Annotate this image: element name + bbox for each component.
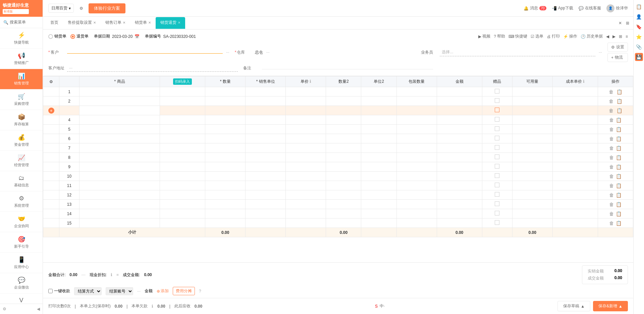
row-pack-cell[interactable] <box>396 106 437 115</box>
operate-button[interactable]: ⚡ 操作 <box>563 34 577 39</box>
sidebar-item-purchase[interactable]: 🛒 采购管理 <box>0 89 43 110</box>
sidebar-item-quick-nav[interactable]: ⚡ 快捷导航 <box>0 28 43 49</box>
customer-more-icon[interactable]: ··· <box>226 50 229 55</box>
row-qty2-cell[interactable] <box>326 97 361 106</box>
gift-checkbox[interactable] <box>495 117 499 122</box>
delete-row-button[interactable]: 🗑 <box>608 117 615 123</box>
remark-input[interactable] <box>262 67 433 69</box>
delete-row-button[interactable]: 🗑 <box>608 145 615 151</box>
gift-checkbox[interactable] <box>495 136 499 140</box>
salesperson-input[interactable]: 选择... <box>440 48 595 56</box>
add-button[interactable]: ⊕ 添加 <box>157 288 169 294</box>
row-unit2-cell[interactable] <box>361 97 396 106</box>
gift-checkbox[interactable] <box>495 192 499 197</box>
row-product-cell[interactable] <box>79 87 160 97</box>
row-amount-cell[interactable] <box>437 97 482 106</box>
copy-row-button[interactable]: 📋 <box>615 99 623 104</box>
topbar-settings-button[interactable]: ⚙ <box>76 4 86 13</box>
discount-info-icon[interactable]: ℹ <box>111 272 112 277</box>
print-button[interactable]: 🖨 打印 <box>547 34 560 39</box>
gift-checkbox[interactable] <box>495 126 499 131</box>
right-panel-btn-5[interactable]: 📎 <box>635 43 643 51</box>
delete-row-button[interactable]: 🗑 <box>608 155 615 160</box>
copy-row-button[interactable]: 📋 <box>615 89 623 95</box>
gift-checkbox[interactable] <box>495 164 499 169</box>
copy-row-button[interactable]: 📋 <box>615 221 623 226</box>
settings-action-button[interactable]: ⚙ 设置 <box>607 43 628 52</box>
row-available-cell[interactable] <box>512 87 552 97</box>
delete-row-button[interactable]: 🗑 <box>608 192 615 198</box>
sidebar-item-enterprise[interactable]: 🤝 企业协同 <box>0 212 43 232</box>
gift-checkbox[interactable] <box>495 98 499 103</box>
tab-sale-order[interactable]: 销售订单 ✕ <box>101 17 130 29</box>
row-cost-cell[interactable] <box>552 106 598 115</box>
tab-sale-price[interactable]: 售价提取设置 ✕ <box>63 17 101 29</box>
copy-row-button[interactable]: 📋 <box>615 174 623 179</box>
row-qty2-cell[interactable] <box>326 106 361 115</box>
copy-row-button[interactable]: 📋 <box>615 211 623 216</box>
row-available-cell[interactable] <box>512 97 552 106</box>
customer-input[interactable] <box>67 51 223 54</box>
row-unit-cell[interactable] <box>246 87 286 97</box>
copy-row-button[interactable]: 📋 <box>615 183 623 188</box>
col-settings[interactable]: ⚙ <box>43 76 59 87</box>
warehouse-more-icon[interactable]: ··· <box>266 50 270 55</box>
delete-row-button[interactable]: 🗑 <box>608 127 615 132</box>
copy-row-button[interactable]: 📋 <box>615 117 623 123</box>
quick-payment-check[interactable] <box>48 289 53 293</box>
copy-row-button[interactable]: 📋 <box>615 136 623 141</box>
row-pack-cell[interactable] <box>396 97 437 106</box>
row-product-cell[interactable] <box>79 106 160 115</box>
row-product-cell[interactable] <box>79 97 160 106</box>
gift-checkbox[interactable] <box>495 173 499 178</box>
single-debt-icon[interactable]: ℹ <box>152 304 153 309</box>
expense-help-icon[interactable]: ? <box>199 289 201 294</box>
salesperson-more-icon[interactable]: ··· <box>599 50 602 55</box>
row-price-cell[interactable] <box>286 97 326 106</box>
gift-checkbox[interactable] <box>495 201 499 206</box>
sidebar-item-system[interactable]: ⚙ 系统管理 <box>0 191 43 212</box>
row-unit-cell[interactable] <box>246 97 286 106</box>
user-menu[interactable]: 👤 徐泽华 <box>606 4 628 12</box>
save-draft-button[interactable]: 保存草稿 ▲ <box>557 301 590 311</box>
delete-row-button[interactable]: 🗑 <box>608 164 615 170</box>
sidebar-item-inventory[interactable]: 📦 库存核算 <box>0 110 43 130</box>
copy-row-button[interactable]: 📋 <box>615 192 623 198</box>
help-button[interactable]: ? 帮助 <box>494 34 505 39</box>
history-next-icon[interactable]: ▶ <box>612 34 615 39</box>
maximize-tab-button[interactable]: ⊞ <box>625 20 631 26</box>
sidebar-item-app-center[interactable]: 📱 应用中心 <box>0 253 43 273</box>
settlement-select[interactable]: 结算方式 <box>74 287 102 295</box>
tab-sale-price-close[interactable]: ✕ <box>93 21 96 24</box>
row-pack-cell[interactable] <box>396 87 437 97</box>
gift-checkbox[interactable] <box>495 89 499 93</box>
copy-row-button[interactable]: 📋 <box>615 164 623 170</box>
history-prev-icon[interactable]: ◀ <box>606 34 609 39</box>
sidebar-item-operations[interactable]: 📈 经营管理 <box>0 151 43 171</box>
app-download-button[interactable]: 📲 App下载 <box>552 5 573 11</box>
row-amount-cell[interactable] <box>437 106 482 115</box>
experience-button[interactable]: 体验行业方案 <box>89 3 125 13</box>
save-new-button[interactable]: 保存&新增 ▲ <box>593 301 628 311</box>
delete-row-button[interactable]: 🗑 <box>608 136 615 141</box>
shortcut-button[interactable]: ⌨ 快捷键 <box>508 34 527 39</box>
row-price-cell[interactable] <box>286 87 326 97</box>
expense-split-button[interactable]: 费用分摊 <box>173 287 195 295</box>
right-panel-btn-1[interactable]: 📋 <box>635 3 643 11</box>
address-input[interactable]: ··· <box>67 65 238 72</box>
sidebar-item-sales[interactable]: 📊 销售管理 <box>0 69 43 89</box>
copy-row-button[interactable]: 📋 <box>615 108 623 113</box>
tab-sale-return-close[interactable]: ✕ <box>178 21 180 24</box>
delete-row-button[interactable]: 🗑 <box>608 174 615 179</box>
video-button[interactable]: ▶ 视频 <box>478 34 490 39</box>
sidebar-item-marketing[interactable]: 📢 营销推广 <box>0 49 43 69</box>
sidebar-item-member[interactable]: V 畅会员 <box>0 294 43 304</box>
row-cost-cell[interactable] <box>552 87 598 97</box>
gift-checkbox[interactable] <box>495 145 499 150</box>
delete-row-button[interactable]: 🗑 <box>608 202 615 207</box>
sidebar-item-basic[interactable]: 🗂 基础信息 <box>0 171 43 191</box>
settings-icon[interactable]: ⚙ <box>3 307 6 311</box>
row-price-cell[interactable] <box>286 106 326 115</box>
delete-row-button[interactable]: 🗑 <box>608 221 615 226</box>
select-button[interactable]: ☑ 选单 <box>531 34 543 39</box>
